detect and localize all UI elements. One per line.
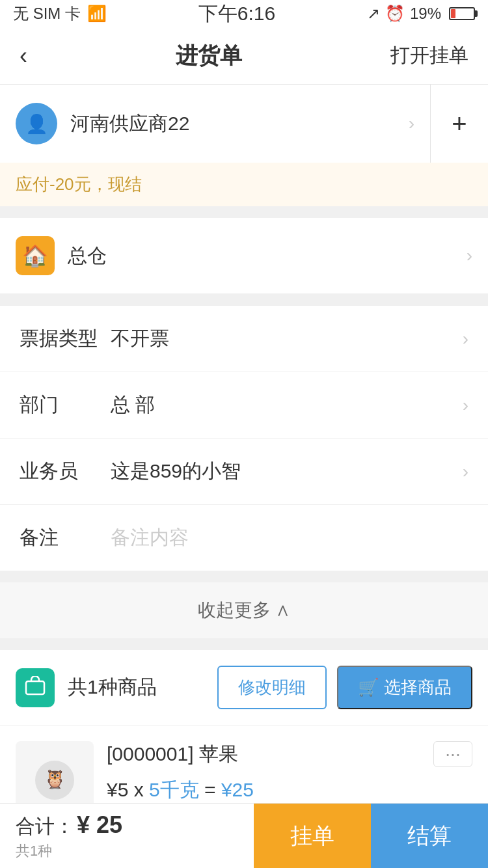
salesperson-label: 业务员 — [20, 458, 111, 485]
battery-text: 19% — [410, 5, 441, 23]
alarm-icon: ⏰ — [385, 5, 405, 23]
checkout-button[interactable]: 结算 — [371, 804, 488, 868]
status-bar-time: 下午6:16 — [198, 1, 275, 27]
supplier-selector[interactable]: 👤 河南供应商22 › — [0, 85, 431, 163]
product-name: [0000001] 苹果 — [107, 741, 433, 768]
warehouse-selector[interactable]: 🏠 总仓 › — [0, 218, 488, 294]
salesperson-row[interactable]: 业务员 这是859的小智 › — [0, 439, 488, 505]
product-count-text: 共1种商品 — [68, 674, 217, 701]
invoice-type-chevron-icon: › — [463, 329, 468, 349]
department-value: 总 部 — [111, 392, 456, 418]
remark-placeholder: 备注内容 — [111, 524, 468, 551]
nav-bar: ‹ 进货单 打开挂单 — [0, 27, 488, 85]
add-icon: + — [452, 109, 467, 139]
invoice-type-row[interactable]: 票据类型 不开票 › — [0, 306, 488, 372]
total-value: ¥25 — [221, 779, 254, 800]
warehouse-icon: 🏠 — [16, 236, 55, 275]
invoice-type-label: 票据类型 — [20, 325, 111, 352]
warehouse-name: 总仓 — [68, 243, 460, 269]
form-card: 票据类型 不开票 › 部门 总 部 › 业务员 这是859的小智 › 备注 备注… — [0, 306, 488, 571]
total-amount: ¥ 25 — [77, 811, 122, 839]
select-cart-icon: 🛒 — [358, 677, 379, 698]
open-pending-button[interactable]: 打开挂单 — [390, 42, 468, 69]
warehouse-card: 🏠 总仓 › — [0, 218, 488, 294]
status-bar: 无 SIM 卡 📶 下午6:16 ↗ ⏰ 19% — [0, 0, 488, 27]
department-row[interactable]: 部门 总 部 › — [0, 372, 488, 439]
salesperson-chevron-icon: › — [463, 461, 468, 482]
product-info: [0000001] 苹果 ¥5 x 5千克 = ¥25 — [107, 741, 433, 804]
select-product-label: 选择商品 — [384, 676, 452, 699]
select-product-button[interactable]: 🛒 选择商品 — [337, 666, 472, 709]
svg-rect-0 — [26, 681, 44, 694]
modify-detail-button[interactable]: 修改明细 — [217, 666, 327, 709]
wifi-icon: 📶 — [87, 5, 107, 23]
remark-row[interactable]: 备注 备注内容 — [0, 505, 488, 571]
supplier-section: 👤 河南供应商22 › + — [0, 85, 488, 163]
checkout-label: 结算 — [407, 821, 452, 851]
svg-text:🦉: 🦉 — [44, 768, 66, 790]
collapse-label: 收起更多 ∧ — [198, 598, 291, 623]
page-title: 进货单 — [176, 41, 242, 71]
bottom-bar: 合计： ¥ 25 共1种 挂单 结算 — [0, 803, 488, 868]
supplier-avatar: 👤 — [16, 103, 57, 144]
remark-label: 备注 — [20, 524, 111, 551]
quantity-value: 5千克 — [149, 779, 199, 800]
salesperson-value: 这是859的小智 — [111, 458, 456, 485]
product-header: 共1种商品 修改明细 🛒 选择商品 — [0, 650, 488, 726]
status-bar-right: ↗ ⏰ 19% — [367, 5, 475, 23]
product-more-button[interactable]: ··· — [433, 741, 472, 767]
location-icon: ↗ — [367, 5, 380, 23]
main-content: 👤 河南供应商22 › + 应付-20元，现结 🏠 总仓 › 票据类型 不开票 … — [0, 85, 488, 868]
pending-button[interactable]: 挂单 — [254, 804, 371, 868]
status-bar-left: 无 SIM 卡 📶 — [13, 3, 107, 24]
avatar-icon: 👤 — [25, 113, 48, 135]
back-button[interactable]: ‹ — [20, 42, 27, 70]
add-supplier-button[interactable]: + — [431, 85, 488, 163]
department-label: 部门 — [20, 392, 111, 418]
carrier-text: 无 SIM 卡 — [13, 3, 81, 24]
payment-hint: 应付-20元，现结 — [0, 163, 488, 206]
total-area: 合计： ¥ 25 共1种 — [0, 804, 254, 868]
price-value: ¥5 x — [107, 779, 149, 800]
invoice-type-value: 不开票 — [111, 325, 456, 352]
product-price: ¥5 x 5千克 = ¥25 — [107, 777, 433, 804]
collapse-row[interactable]: 收起更多 ∧ — [0, 582, 488, 638]
product-count-icon — [16, 668, 55, 707]
supplier-name: 河南供应商22 — [70, 111, 402, 137]
total-label: 合计： — [16, 813, 74, 840]
total-count: 共1种 — [16, 841, 238, 861]
supplier-chevron-icon: › — [409, 113, 414, 134]
warehouse-chevron-icon: › — [467, 245, 472, 266]
equals-sign: = — [204, 779, 221, 800]
pending-label: 挂单 — [290, 821, 334, 851]
department-chevron-icon: › — [463, 395, 468, 416]
more-dots-icon: ··· — [445, 744, 460, 765]
warehouse-glyph: 🏠 — [22, 243, 48, 268]
supplier-card: 👤 河南供应商22 › + — [0, 85, 488, 163]
battery-icon — [449, 7, 475, 20]
